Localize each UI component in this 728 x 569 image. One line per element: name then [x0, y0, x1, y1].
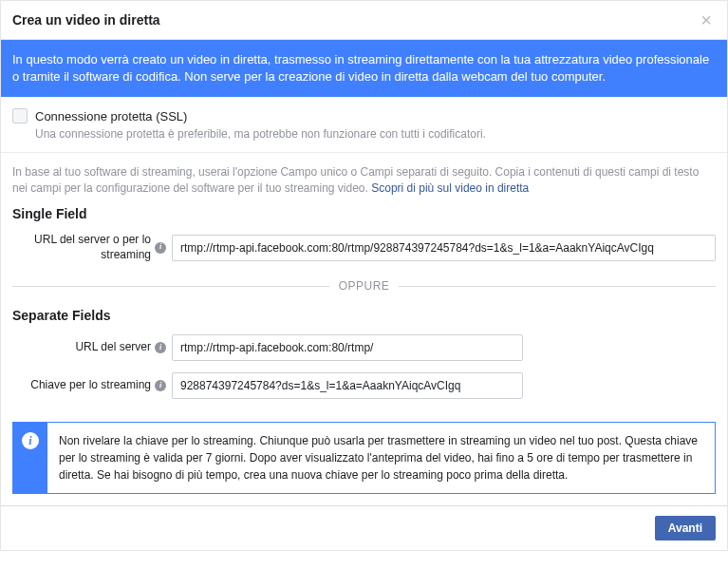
info-icon[interactable]: i	[155, 380, 166, 391]
single-url-row: URL del server o per lo streaming i	[1, 233, 727, 274]
server-url-input[interactable]	[172, 334, 523, 361]
notice-icon-col: i	[13, 423, 47, 493]
modal-header: Crea un video in diretta ×	[1, 1, 727, 40]
separate-fields-title: Separate Fields	[1, 308, 727, 323]
divider-line	[399, 286, 716, 287]
ssl-label: Connessione protetta (SSL)	[35, 109, 187, 123]
info-icon[interactable]: i	[155, 242, 166, 254]
divider: OPPURE	[1, 274, 727, 298]
stream-key-input[interactable]	[172, 372, 523, 399]
stream-key-row: Chiave per lo streaming i	[1, 372, 727, 410]
server-url-label-text: URL del server	[75, 340, 151, 355]
separate-fields-block: Separate Fields URL del server i Chiave …	[1, 308, 727, 410]
single-url-label-text: URL del server o per lo streaming	[12, 233, 151, 262]
single-field-title: Single Field	[1, 206, 727, 221]
ssl-section: Connessione protetta (SSL) Una connessio…	[1, 97, 727, 153]
ssl-help-text: Una connessione protetta è preferibile, …	[35, 127, 716, 141]
ssl-checkbox-row[interactable]: Connessione protetta (SSL)	[12, 108, 716, 123]
stream-key-label: Chiave per lo streaming i	[12, 378, 172, 393]
modal-title: Crea un video in diretta	[12, 12, 160, 28]
info-icon[interactable]: i	[155, 342, 166, 353]
stream-key-label-text: Chiave per lo streaming	[30, 378, 151, 393]
single-url-input[interactable]	[172, 235, 716, 261]
instructions-text: In base al tuo software di streaming, us…	[12, 165, 699, 195]
divider-text: OPPURE	[339, 279, 390, 293]
server-url-row: URL del server i	[1, 334, 727, 372]
ssl-checkbox[interactable]	[12, 108, 28, 123]
divider-line	[12, 286, 329, 287]
stream-key-notice: i Non rivelare la chiave per lo streamin…	[12, 422, 716, 494]
info-icon: i	[22, 432, 39, 449]
next-button[interactable]: Avanti	[655, 516, 716, 541]
server-url-label: URL del server i	[12, 340, 172, 355]
single-field-block: Single Field URL del server o per lo str…	[1, 206, 727, 274]
notice-text: Non rivelare la chiave per lo streaming.…	[47, 423, 715, 493]
learn-more-link[interactable]: Scopri di più sul video in diretta	[371, 181, 529, 195]
modal-footer: Avanti	[1, 505, 727, 550]
info-banner: In questo modo verrà creato un video in …	[1, 40, 727, 97]
close-icon[interactable]: ×	[697, 10, 716, 29]
live-video-modal: Crea un video in diretta × In questo mod…	[0, 0, 728, 551]
instructions-section: In base al tuo software di streaming, us…	[1, 153, 727, 197]
single-url-label: URL del server o per lo streaming i	[12, 233, 172, 262]
